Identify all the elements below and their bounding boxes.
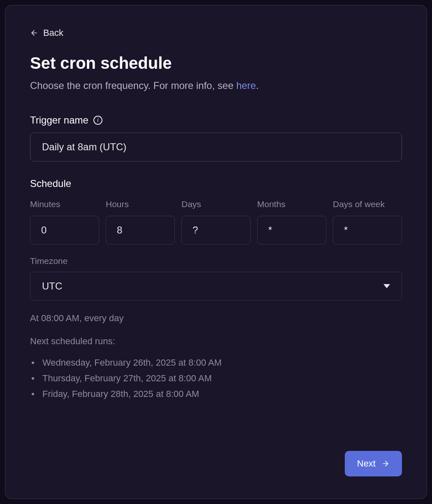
cron-schedule-modal: Back Set cron schedule Choose the cron f… xyxy=(5,5,427,499)
months-label: Months xyxy=(257,199,326,209)
hours-label: Hours xyxy=(106,199,175,209)
next-label: Next xyxy=(357,458,376,469)
trigger-name-label: Trigger name xyxy=(30,114,88,126)
days-of-week-label: Days of week xyxy=(333,199,402,209)
timezone-select[interactable]: UTC xyxy=(30,272,402,301)
page-title: Set cron schedule xyxy=(30,54,402,72)
page-subtitle: Choose the cron frequency. For more info… xyxy=(30,80,402,91)
minutes-input[interactable] xyxy=(30,216,99,245)
schedule-summary: At 08:00 AM, every day xyxy=(30,313,402,324)
run-time: Wednesday, February 26th, 2025 at 8:00 A… xyxy=(42,357,222,368)
info-icon[interactable]: i xyxy=(93,116,102,125)
subtitle-suffix: . xyxy=(256,80,259,91)
hours-input[interactable] xyxy=(106,216,175,245)
trigger-name-input[interactable] xyxy=(30,133,402,161)
list-item: Wednesday, February 26th, 2025 at 8:00 A… xyxy=(32,355,402,371)
list-item: Friday, February 28th, 2025 at 8:00 AM xyxy=(32,386,402,402)
back-label: Back xyxy=(43,28,63,38)
bullet-icon xyxy=(32,393,34,395)
bullet-icon xyxy=(32,377,34,380)
back-button[interactable]: Back xyxy=(30,28,63,38)
months-input[interactable] xyxy=(257,216,326,245)
arrow-right-icon xyxy=(381,460,390,468)
next-button[interactable]: Next xyxy=(345,451,402,476)
list-item: Thursday, February 27th, 2025 at 8:00 AM xyxy=(32,371,402,386)
next-runs-label: Next scheduled runs: xyxy=(30,336,402,347)
days-label: Days xyxy=(181,199,251,209)
bullet-icon xyxy=(32,362,34,364)
run-time: Thursday, February 27th, 2025 at 8:00 AM xyxy=(42,373,212,384)
arrow-left-icon xyxy=(30,29,38,37)
chevron-down-icon xyxy=(383,284,390,288)
cron-fields-row: Minutes Hours Days Months Days of week xyxy=(30,199,402,245)
days-of-week-input[interactable] xyxy=(333,216,402,245)
minutes-label: Minutes xyxy=(30,199,99,209)
docs-link[interactable]: here xyxy=(236,80,256,91)
days-input[interactable] xyxy=(181,216,251,245)
next-runs-list: Wednesday, February 26th, 2025 at 8:00 A… xyxy=(30,355,402,402)
schedule-label: Schedule xyxy=(30,178,402,189)
subtitle-prefix: Choose the cron frequency. For more info… xyxy=(30,80,236,91)
timezone-value: UTC xyxy=(42,280,62,292)
timezone-label: Timezone xyxy=(30,256,402,266)
run-time: Friday, February 28th, 2025 at 8:00 AM xyxy=(42,389,199,399)
